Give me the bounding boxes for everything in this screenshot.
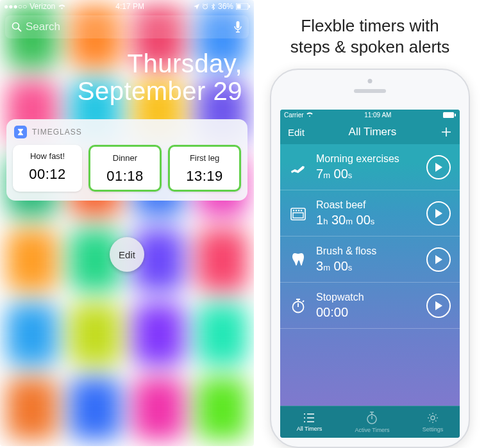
svg-point-13 — [298, 210, 299, 211]
timer-time: 1h 30m 00s — [316, 213, 426, 228]
right-promo: Flexble timers with steps & spoken alert… — [254, 0, 486, 448]
widget-header: TIMEGLASS — [13, 126, 241, 138]
search-placeholder: Search — [26, 21, 233, 33]
svg-rect-6 — [237, 21, 240, 28]
play-button[interactable] — [426, 247, 451, 272]
tab-label: Active Timers — [355, 427, 389, 433]
svg-rect-10 — [293, 213, 303, 218]
phone-frame: Carrier 11:09 AM Edit All Timers Morning… — [270, 69, 470, 448]
timer-title: Roast beef — [316, 199, 426, 211]
tab-active-timers[interactable]: Active Timers — [355, 411, 389, 433]
timer-list[interactable]: Morning exercises7m 00s Roast beef1h 30m… — [280, 144, 460, 406]
timer-row[interactable]: Roast beef1h 30m 00s — [280, 190, 460, 236]
date-line2: September 29 — [78, 78, 242, 105]
tooth-icon — [288, 252, 308, 267]
tile-time: 01:18 — [94, 168, 156, 185]
search-icon — [12, 22, 22, 32]
alarm-icon — [202, 3, 208, 10]
clock-label: 4:17 PM — [115, 2, 144, 11]
phone-speaker — [354, 89, 386, 93]
timer-time: 3m 00s — [316, 259, 426, 274]
timeglass-app-icon — [14, 126, 27, 138]
timer-title: Morning exercises — [316, 153, 426, 165]
svg-point-4 — [13, 23, 19, 29]
widget-timer-tile[interactable]: First leg13:19 — [168, 145, 241, 192]
battery-icon — [236, 3, 250, 10]
play-button[interactable] — [426, 155, 451, 179]
search-bar[interactable]: Search — [5, 15, 249, 38]
date-line1: Thursday, — [78, 50, 242, 78]
timer-row[interactable]: Morning exercises7m 00s — [280, 144, 460, 190]
tab-icon — [303, 413, 315, 424]
tile-time: 13:19 — [174, 168, 235, 185]
widget-timer-tile[interactable]: How fast!00:12 — [13, 145, 82, 192]
edit-widgets-button[interactable]: Edit — [110, 237, 144, 272]
timeglass-widget[interactable]: TIMEGLASS How fast!00:12Dinner01:18First… — [6, 119, 247, 201]
widget-tiles: How fast!00:12Dinner01:18First leg13:19 — [13, 145, 241, 192]
wifi-icon — [58, 3, 66, 10]
battery-icon — [443, 112, 456, 118]
nav-title: All Timers — [349, 126, 397, 138]
svg-point-11 — [293, 210, 294, 211]
timer-row[interactable]: Brush & floss3m 00s — [280, 236, 460, 283]
widget-app-name: TIMEGLASS — [32, 128, 82, 137]
tab-label: All Timers — [297, 426, 323, 432]
tile-label: How fast! — [17, 151, 78, 161]
svg-rect-3 — [249, 5, 250, 8]
pushup-icon — [288, 161, 308, 174]
stopwatch-icon — [288, 298, 308, 313]
svg-rect-2 — [237, 4, 240, 9]
phone-camera-dot — [368, 79, 373, 83]
tile-label: First leg — [174, 153, 235, 163]
svg-rect-7 — [443, 112, 454, 118]
tab-settings[interactable]: Settings — [423, 412, 444, 433]
clock-label: 11:09 AM — [364, 112, 391, 119]
tile-time: 00:12 — [17, 166, 78, 183]
svg-point-17 — [431, 416, 435, 420]
signal-dots-icon: ●●●○○ — [4, 2, 27, 11]
nav-edit-button[interactable]: Edit — [288, 127, 305, 138]
tab-label: Settings — [423, 426, 444, 433]
promo-heading: Flexble timers with steps & spoken alert… — [290, 15, 450, 57]
svg-line-5 — [19, 29, 22, 32]
svg-point-12 — [296, 210, 297, 211]
tab-all-timers[interactable]: All Timers — [297, 413, 323, 432]
timer-title: Stopwatch — [316, 292, 426, 303]
left-screenshot: ●●●○○ Verizon 4:17 PM 36% Search Thursda… — [0, 0, 254, 446]
battery-pct-label: 36% — [218, 2, 233, 11]
timer-row[interactable]: Stopwatch00:00 — [280, 283, 460, 329]
tab-icon — [366, 411, 378, 426]
play-button[interactable] — [426, 294, 451, 318]
phone-status-bar: Carrier 11:09 AM — [280, 110, 460, 120]
svg-rect-8 — [455, 113, 456, 116]
oven-icon — [288, 206, 308, 220]
tab-icon — [427, 412, 439, 425]
timer-time: 00:00 — [316, 305, 426, 320]
bluetooth-icon — [211, 3, 215, 10]
mic-icon[interactable] — [233, 21, 242, 33]
tile-label: Dinner — [94, 153, 156, 163]
phone-screen: Carrier 11:09 AM Edit All Timers Morning… — [280, 110, 460, 438]
widget-timer-tile[interactable]: Dinner01:18 — [88, 145, 162, 192]
edit-label: Edit — [119, 249, 135, 260]
play-button[interactable] — [426, 201, 451, 226]
status-bar: ●●●○○ Verizon 4:17 PM 36% — [0, 0, 254, 13]
date-heading: Thursday, September 29 — [78, 50, 242, 105]
wifi-icon — [306, 112, 313, 117]
svg-point-14 — [301, 210, 302, 211]
location-icon — [194, 4, 199, 10]
carrier-label: Verizon — [29, 2, 55, 11]
phone-tab-bar: All TimersActive TimersSettings — [280, 406, 460, 438]
timer-time: 7m 00s — [316, 167, 426, 181]
nav-add-button[interactable] — [440, 126, 452, 138]
carrier-label: Carrier — [284, 112, 304, 119]
phone-nav-bar: Edit All Timers — [280, 120, 460, 144]
timer-title: Brush & floss — [316, 245, 426, 257]
